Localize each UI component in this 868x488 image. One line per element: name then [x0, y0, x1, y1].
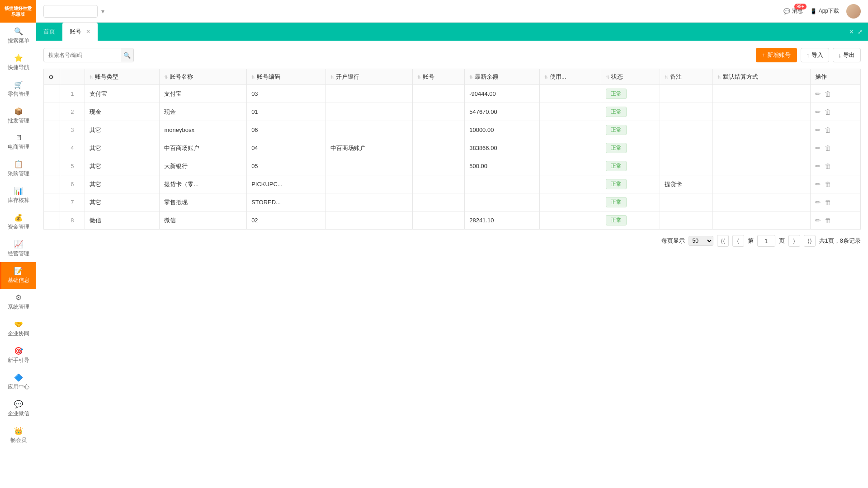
cell-action: ✏🗑	[810, 175, 860, 193]
search-input[interactable]	[44, 52, 121, 58]
import-button[interactable]: ↑ 导入	[801, 48, 829, 62]
sidebar-item-ops-mgmt[interactable]: 📈经营管理	[0, 235, 36, 262]
edit-icon[interactable]: ✏	[815, 198, 821, 206]
delete-icon[interactable]: 🗑	[825, 126, 831, 134]
cell-bank	[326, 121, 413, 139]
sort-icon-bank: ⇅	[330, 75, 334, 80]
edit-icon[interactable]: ✏	[815, 162, 821, 170]
sidebar-label-sys-mgmt: 系统管理	[8, 303, 29, 311]
col-name[interactable]: ⇅账号名称	[160, 69, 247, 85]
sidebar-icon-app-center: 🔷	[14, 373, 23, 382]
app-download-button[interactable]: 📱 App下载	[810, 7, 839, 15]
delete-icon[interactable]: 🗑	[825, 144, 831, 152]
col-status[interactable]: ⇅状态	[601, 69, 660, 85]
last-page-button[interactable]: ⟩⟩	[804, 235, 816, 247]
add-account-button[interactable]: + 新增账号	[756, 48, 797, 62]
tab-account[interactable]: 账号✕	[62, 23, 98, 41]
row-number: 4	[60, 139, 85, 157]
col-row_num	[60, 69, 85, 85]
accounts-table: ⚙⇅账号类型⇅账号名称⇅账号编码⇅开户银行⇅账号⇅最新余额⇅使用...⇅状态⇅备…	[43, 69, 861, 230]
cell-type: 现金	[85, 103, 159, 121]
cell-balance: 10000.00	[465, 121, 539, 139]
delete-icon[interactable]: 🗑	[825, 90, 831, 98]
edit-icon[interactable]: ✏	[815, 180, 821, 188]
sidebar-label-wholesale-mgmt: 批发管理	[8, 117, 29, 125]
col-note[interactable]: ⇅备注	[660, 69, 713, 85]
row-number: 1	[60, 85, 85, 103]
tab-close-account[interactable]: ✕	[86, 28, 90, 35]
page-label: 第	[748, 237, 754, 245]
cell-type: 其它	[85, 121, 159, 139]
avatar[interactable]	[846, 4, 861, 19]
delete-icon[interactable]: 🗑	[825, 180, 831, 188]
col-usage[interactable]: ⇅使用...	[539, 69, 601, 85]
sidebar-item-sys-mgmt[interactable]: ⚙系统管理	[0, 289, 36, 315]
top-search-input[interactable]	[43, 5, 98, 18]
sidebar-item-vip-member[interactable]: 👑畅会员	[0, 422, 36, 449]
cell-balance: -90444.00	[465, 85, 539, 103]
message-button[interactable]: 💬 消息 99+	[783, 7, 803, 15]
tab-home[interactable]: 首页	[36, 23, 62, 41]
message-icon: 💬	[783, 8, 790, 14]
page-input[interactable]	[757, 235, 775, 247]
search-button[interactable]: 🔍	[121, 48, 133, 62]
sidebar-item-new-guide[interactable]: 🎯新手引导	[0, 342, 36, 369]
page-suffix: 页	[779, 237, 785, 245]
delete-icon[interactable]: 🗑	[825, 198, 831, 206]
cell-type: 支付宝	[85, 85, 159, 103]
dropdown-arrow-icon[interactable]: ▾	[101, 8, 104, 15]
col-balance[interactable]: ⇅最新余额	[465, 69, 539, 85]
per-page-select[interactable]: 50 20 100	[689, 236, 713, 246]
export-button[interactable]: ↓ 导出	[833, 48, 861, 62]
col-code[interactable]: ⇅账号编码	[247, 69, 326, 85]
sidebar-label-purchase-mgmt: 采购管理	[8, 170, 29, 178]
sidebar: 畅捷通好生意 乐惠版 🔍搜索菜单⭐快捷导航🛒零售管理📦批发管理🖥电商管理📋采购管…	[0, 0, 36, 488]
sidebar-item-enterprise-wechat[interactable]: 💬企业微信	[0, 395, 36, 422]
gear-icon[interactable]: ⚙	[48, 74, 54, 80]
prev-page-button[interactable]: ⟨	[732, 235, 744, 247]
delete-icon[interactable]: 🗑	[825, 216, 831, 224]
edit-icon[interactable]: ✏	[815, 144, 821, 152]
sidebar-item-wholesale-mgmt[interactable]: 📦批发管理	[0, 103, 36, 129]
logo-line1: 畅捷通好生意	[5, 5, 32, 11]
sidebar-item-retail-mgmt[interactable]: 🛒零售管理	[0, 76, 36, 103]
sort-icon-usage: ⇅	[544, 75, 548, 80]
delete-icon[interactable]: 🗑	[825, 108, 831, 116]
col-default_settle[interactable]: ⇅默认结算方式	[712, 69, 810, 85]
tab-fullscreen-icon[interactable]: ⤢	[858, 28, 863, 35]
cell-note: 提货卡	[660, 175, 713, 193]
cell-code: STORED...	[247, 193, 326, 211]
delete-icon[interactable]: 🗑	[825, 162, 831, 170]
row-gear	[44, 157, 60, 175]
sidebar-item-capital-mgmt[interactable]: 💰资金管理	[0, 209, 36, 235]
cell-note	[660, 157, 713, 175]
sidebar-item-enterprise-agreement[interactable]: 🤝企业协同	[0, 315, 36, 342]
sidebar-item-ecommerce-mgmt[interactable]: 🖥电商管理	[0, 129, 36, 155]
sidebar-item-basic-info[interactable]: 📝基础信息	[0, 262, 36, 289]
edit-icon[interactable]: ✏	[815, 108, 821, 116]
sidebar-item-search-menu[interactable]: 🔍搜索菜单	[0, 23, 36, 49]
edit-icon[interactable]: ✏	[815, 216, 821, 225]
sidebar-item-app-center[interactable]: 🔷应用中心	[0, 369, 36, 395]
cell-account	[413, 193, 465, 211]
tab-close-icon[interactable]: ✕	[849, 28, 854, 35]
row-gear	[44, 103, 60, 121]
sidebar-item-purchase-mgmt[interactable]: 📋采购管理	[0, 155, 36, 182]
cell-usage	[539, 175, 601, 193]
edit-icon[interactable]: ✏	[815, 126, 821, 134]
sidebar-icon-capital-mgmt: 💰	[14, 213, 23, 222]
col-action: 操作	[810, 69, 860, 85]
col-bank[interactable]: ⇅开户银行	[326, 69, 413, 85]
export-label: 导出	[843, 51, 855, 59]
col-type[interactable]: ⇅账号类型	[85, 69, 159, 85]
sidebar-label-basic-info: 基础信息	[8, 277, 29, 284]
cell-balance	[465, 193, 539, 211]
col-account[interactable]: ⇅账号	[413, 69, 465, 85]
tab-expand-area: ✕ ⤢	[849, 28, 868, 35]
sort-icon-balance: ⇅	[469, 75, 473, 80]
sidebar-item-inventory[interactable]: 📊库存核算	[0, 182, 36, 209]
next-page-button[interactable]: ⟩	[788, 235, 800, 247]
sidebar-item-quick-nav[interactable]: ⭐快捷导航	[0, 49, 36, 76]
first-page-button[interactable]: ⟨⟨	[717, 235, 729, 247]
edit-icon[interactable]: ✏	[815, 90, 821, 98]
